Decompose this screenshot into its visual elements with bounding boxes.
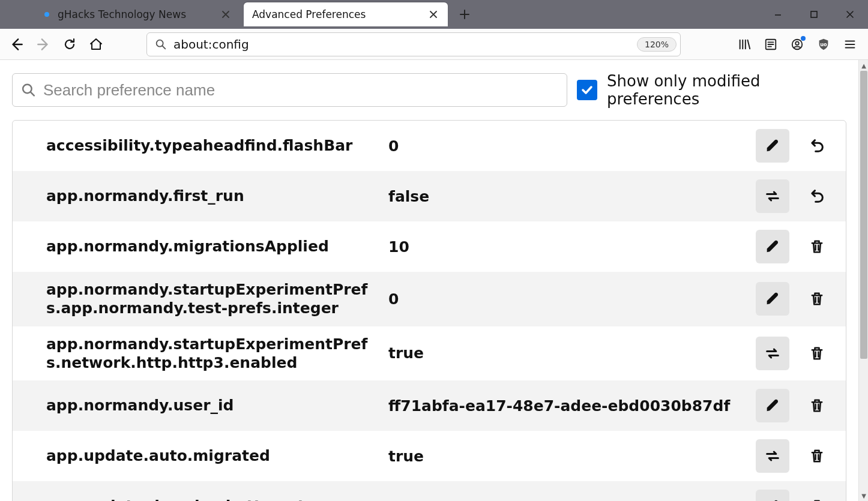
minimize-button[interactable] (760, 0, 796, 29)
reader-icon (764, 38, 777, 51)
pref-row: app.normandy.first_run false (13, 171, 846, 221)
delete-button[interactable] (800, 230, 834, 263)
zoom-badge[interactable]: 120% (637, 37, 677, 52)
pref-name: app.normandy.first_run (46, 187, 388, 205)
window-close-button[interactable] (832, 0, 868, 29)
search-icon (154, 38, 167, 51)
pref-value: 10 (388, 238, 756, 256)
edit-button[interactable] (756, 282, 789, 316)
arrow-left-icon (9, 37, 25, 52)
reader-button[interactable] (760, 34, 782, 55)
pref-value: false (388, 188, 756, 205)
edit-icon (764, 290, 781, 307)
titlebar: gHacks Technology News Advanced Preferen… (0, 0, 868, 29)
close-tab-button[interactable] (427, 8, 439, 20)
arrow-right-icon (35, 37, 51, 52)
delete-button[interactable] (800, 439, 834, 473)
toggle-button[interactable] (756, 179, 789, 213)
maximize-button[interactable] (796, 0, 832, 29)
vertical-scrollbar[interactable]: ▲ ▼ (858, 60, 868, 501)
delete-icon (809, 290, 825, 307)
home-icon (89, 37, 103, 52)
tab-label: Advanced Preferences (252, 8, 427, 20)
undo-button[interactable] (800, 129, 834, 163)
delete-button[interactable] (800, 389, 834, 422)
delete-icon (809, 448, 825, 464)
tab-ghacks[interactable]: gHacks Technology News (36, 2, 240, 26)
app-menu-button[interactable] (839, 34, 861, 55)
pref-name: app.normandy.user_id (46, 396, 388, 415)
pref-name: accessibility.typeaheadfind.flashBar (46, 136, 388, 155)
toggle-icon (764, 188, 781, 205)
edit-icon (764, 238, 781, 255)
edit-button[interactable] (756, 230, 789, 263)
pref-search[interactable] (12, 73, 567, 107)
new-tab-button[interactable] (455, 5, 474, 24)
search-icon (21, 82, 36, 98)
delete-icon (809, 238, 825, 255)
forward-button[interactable] (31, 32, 55, 56)
edit-button[interactable] (756, 129, 789, 163)
undo-icon (809, 188, 825, 205)
hamburger-icon (843, 38, 857, 51)
delete-icon (809, 397, 825, 414)
library-icon (738, 38, 751, 51)
tab-advanced-preferences[interactable]: Advanced Preferences (244, 2, 448, 26)
delete-button[interactable] (800, 282, 834, 316)
prefs-table: accessibility.typeaheadfind.flashBar 0 a… (12, 120, 846, 501)
pref-name: app.normandy.startupExperimentPrefs.app.… (46, 280, 388, 318)
pref-row: app.normandy.migrationsApplied 10 (13, 221, 846, 272)
show-modified-label: Show only modified preferences (607, 72, 846, 108)
pref-value: true (388, 344, 756, 362)
pref-name: app.normandy.startupExperimentPrefs.netw… (46, 335, 388, 373)
scroll-down-button[interactable]: ▼ (859, 490, 868, 501)
pref-actions (756, 439, 834, 473)
toggle-button[interactable] (756, 439, 789, 473)
pref-name: app.update.download.attempts (46, 497, 388, 501)
svg-point-1 (157, 40, 163, 46)
url-bar[interactable]: about:config 120% (146, 32, 681, 56)
home-button[interactable] (84, 32, 108, 56)
svg-rect-0 (811, 11, 817, 17)
toggle-button[interactable] (756, 337, 789, 370)
prefs-toolbar: Show only modified preferences (0, 60, 858, 120)
pref-actions (756, 337, 834, 370)
window-controls (760, 0, 868, 29)
edit-icon (764, 498, 781, 501)
show-modified-checkbox[interactable] (577, 80, 597, 100)
scroll-thumb[interactable] (860, 71, 867, 359)
tab-strip: gHacks Technology News Advanced Preferen… (0, 0, 474, 29)
pref-row: app.update.auto.migrated true (13, 431, 846, 481)
edit-button[interactable] (756, 490, 789, 501)
delete-button[interactable] (800, 337, 834, 370)
pref-value: true (388, 448, 756, 465)
minimize-icon (774, 10, 782, 19)
reload-button[interactable] (58, 32, 82, 56)
delete-button[interactable] (800, 490, 834, 501)
scroll-up-button[interactable]: ▲ (859, 60, 868, 71)
toggle-icon (764, 345, 781, 362)
pref-search-input[interactable] (43, 81, 558, 100)
back-button[interactable] (5, 32, 29, 56)
close-icon (222, 10, 230, 19)
pref-actions (756, 282, 834, 316)
shield-icon: uo (817, 38, 830, 51)
pref-actions (756, 389, 834, 422)
edit-button[interactable] (756, 389, 789, 422)
url-text: about:config (173, 37, 637, 52)
pref-name: app.normandy.migrationsApplied (46, 237, 388, 256)
pref-actions (756, 230, 834, 263)
ublock-button[interactable]: uo (813, 34, 834, 55)
account-button[interactable] (786, 34, 808, 55)
svg-text:uo: uo (820, 41, 827, 47)
plus-icon (459, 9, 470, 20)
library-button[interactable] (734, 34, 755, 55)
navbar: about:config 120% uo (0, 29, 868, 60)
pref-row: accessibility.typeaheadfind.flashBar 0 (13, 121, 846, 171)
pref-row: app.normandy.startupExperimentPrefs.netw… (13, 326, 846, 381)
pref-row: app.update.download.attempts 0 (13, 481, 846, 501)
undo-button[interactable] (800, 179, 834, 213)
close-icon (846, 10, 854, 19)
close-tab-button[interactable] (220, 8, 232, 20)
tab-label: gHacks Technology News (58, 8, 220, 20)
